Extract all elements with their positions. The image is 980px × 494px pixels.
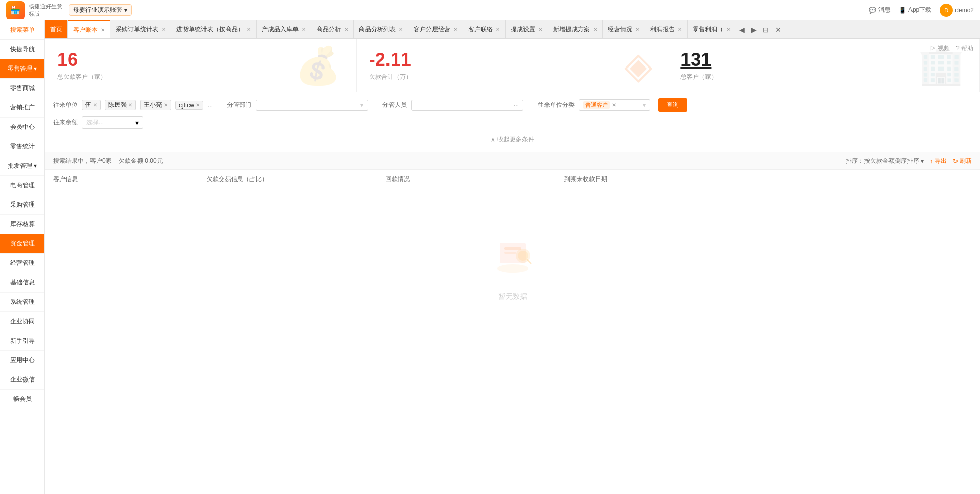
tab-production-inbound[interactable]: 产成品入库单 ✕ bbox=[257, 20, 311, 39]
close-tab-retail-profit[interactable]: ✕ bbox=[726, 27, 731, 32]
tab-business-situation[interactable]: 经营情况 ✕ bbox=[603, 20, 645, 39]
remove-unit-class[interactable]: ✕ bbox=[612, 102, 616, 108]
close-tab-purchase-order[interactable]: ✕ bbox=[162, 27, 166, 32]
app-download-button[interactable]: 📱 App下载 bbox=[899, 6, 931, 14]
person-dropdown[interactable]: ··· bbox=[411, 100, 523, 111]
close-tab-inbound-stats[interactable]: ✕ bbox=[247, 27, 251, 32]
logo-icon: 🏪 bbox=[6, 1, 25, 19]
filter-tag-cjttcw[interactable]: cjttcw ✕ bbox=[175, 101, 203, 110]
filter-more-tags[interactable]: ... bbox=[208, 102, 213, 109]
close-tab-production[interactable]: ✕ bbox=[302, 27, 306, 32]
tab-commission-settings[interactable]: 提成设置 ✕ bbox=[506, 20, 548, 39]
filter-row-1: 往来单位 伍 ✕ 陈民强 ✕ 王小亮 ✕ cjttcw bbox=[53, 98, 972, 112]
tabs-menu-btn[interactable]: ⊟ bbox=[760, 26, 772, 34]
sidebar-item-retail-stats[interactable]: 零售统计 bbox=[0, 137, 44, 156]
sidebar-item-retail-mall[interactable]: 零售商城 bbox=[0, 79, 44, 98]
remove-tag-wang[interactable]: ✕ bbox=[164, 102, 168, 108]
tab-customer-ledger[interactable]: 客户账本 ✕ bbox=[68, 20, 110, 39]
sidebar-item-finance[interactable]: 资金管理 bbox=[0, 234, 44, 254]
video-link[interactable]: ▷ 视频 bbox=[930, 44, 950, 53]
query-button[interactable]: 查询 bbox=[658, 98, 687, 112]
unit-class-dropdown[interactable]: 普通客户 ✕ ▾ bbox=[579, 99, 650, 111]
sidebar-item-basic-info[interactable]: 基础信息 bbox=[0, 273, 44, 293]
video-icon: ▷ bbox=[930, 44, 938, 52]
sidebar-item-ecommerce[interactable]: 电商管理 bbox=[0, 176, 44, 195]
sidebar-item-app-center[interactable]: 应用中心 bbox=[0, 351, 44, 370]
stat-value-debt-total: -2.11 bbox=[369, 49, 412, 71]
sidebar-item-membership[interactable]: 会员中心 bbox=[0, 118, 44, 137]
remove-tag-chen[interactable]: ✕ bbox=[128, 102, 132, 108]
close-tab-contact[interactable]: ✕ bbox=[496, 27, 500, 32]
tab-new-commission[interactable]: 新增提成方案 ✕ bbox=[548, 20, 603, 39]
svg-rect-3 bbox=[504, 252, 516, 254]
close-tab-product-list[interactable]: ✕ bbox=[399, 27, 403, 32]
close-tab-customer-ledger[interactable]: ✕ bbox=[101, 27, 105, 33]
balance-select[interactable]: 选择... ▾ bbox=[82, 116, 143, 129]
col-header-date: 到期未收款日期 bbox=[564, 175, 972, 184]
tab-product-analysis[interactable]: 商品分析 ✕ bbox=[311, 20, 354, 39]
close-tab-new-commission[interactable]: ✕ bbox=[593, 27, 597, 32]
tab-inbound-stats[interactable]: 进货单统计表（按商品） ✕ bbox=[171, 20, 257, 39]
tab-profit-report[interactable]: 利润报告 ✕ bbox=[645, 20, 688, 39]
sidebar-item-marketing[interactable]: 营销推广 bbox=[0, 98, 44, 118]
tabs-prev-btn[interactable]: ◀ bbox=[736, 26, 748, 34]
close-tab-product-analysis[interactable]: ✕ bbox=[344, 27, 348, 32]
stats-row: 💰 16 总欠款客户（家） ◈ -2.11 欠款合计（万） 🏢 bbox=[45, 39, 980, 92]
tab-product-analysis-list[interactable]: 商品分析列表 ✕ bbox=[354, 20, 408, 39]
stat-value-debt-customers: 16 bbox=[57, 49, 106, 71]
sort-icon: ▾ bbox=[921, 158, 924, 165]
stat-card-debt-customers: 💰 16 总欠款客户（家） bbox=[45, 39, 357, 92]
dept-dropdown[interactable]: ▾ bbox=[256, 100, 368, 111]
tab-customer-contact[interactable]: 客户联络 ✕ bbox=[463, 20, 506, 39]
refresh-icon: ↻ bbox=[953, 158, 958, 165]
stat-group-2: -2.11 欠款合计（万） bbox=[369, 49, 412, 81]
close-tab-commission[interactable]: ✕ bbox=[538, 27, 542, 32]
sidebar-item-newbie-guide[interactable]: 新手引导 bbox=[0, 331, 44, 351]
filter-tag-wang[interactable]: 王小亮 ✕ bbox=[140, 100, 171, 110]
tab-home[interactable]: 首页 bbox=[45, 20, 68, 39]
stat-group-1: 16 总欠款客户（家） bbox=[57, 49, 106, 81]
export-button[interactable]: ↑ 导出 bbox=[930, 156, 947, 165]
main-layout: 搜索菜单 快捷导航 零售管理 ▾ 零售商城 营销推广 会员中心 零售统计 批发管… bbox=[0, 20, 980, 494]
tabs-close-all-btn[interactable]: ✕ bbox=[772, 26, 784, 34]
tab-customer-tier[interactable]: 客户分层经营 ✕ bbox=[408, 20, 463, 39]
chevron-down-icon: ▾ bbox=[124, 7, 127, 14]
empty-state: 暂无数据 bbox=[45, 189, 980, 342]
sidebar-item-wholesale[interactable]: 批发管理 ▾ bbox=[0, 156, 44, 176]
sort-button[interactable]: 排序：按欠款金额倒序排序 ▾ bbox=[846, 156, 924, 165]
sidebar-item-quicknav[interactable]: 快捷导航 bbox=[0, 40, 44, 59]
person-filter-label: 分管人员 bbox=[382, 101, 407, 109]
top-right: 💬 消息 📱 App下载 D demo2 bbox=[869, 4, 974, 17]
filter-tag-wu[interactable]: 伍 ✕ bbox=[82, 100, 101, 110]
remove-tag-wu[interactable]: ✕ bbox=[93, 102, 97, 108]
logo-text: 畅捷通好生意 标版 bbox=[29, 3, 62, 17]
remove-tag-cjttcw[interactable]: ✕ bbox=[196, 102, 200, 108]
close-tab-tier[interactable]: ✕ bbox=[453, 27, 458, 32]
sidebar-item-enterprise-wechat[interactable]: 企业微信 bbox=[0, 370, 44, 390]
sidebar-item-chang-member[interactable]: 畅会员 bbox=[0, 390, 44, 409]
sidebar-item-retail-management[interactable]: 零售管理 ▾ bbox=[0, 59, 44, 79]
stat-label-total-customers: 总客户（家） bbox=[680, 73, 717, 81]
dept-dropdown-arrow: ▾ bbox=[360, 102, 363, 109]
refresh-button[interactable]: ↻ 刷新 bbox=[953, 156, 972, 165]
filter-tag-chen[interactable]: 陈民强 ✕ bbox=[105, 100, 136, 110]
stat-label-debt-customers: 总欠款客户（家） bbox=[57, 73, 106, 81]
avatar: D bbox=[940, 4, 953, 17]
sidebar-item-operations[interactable]: 经营管理 bbox=[0, 254, 44, 273]
sidebar-item-enterprise-collab[interactable]: 企业协同 bbox=[0, 312, 44, 331]
tab-purchase-order-stats[interactable]: 采购订单统计表 ✕ bbox=[110, 20, 171, 39]
sidebar-item-purchase[interactable]: 采购管理 bbox=[0, 195, 44, 215]
close-tab-business[interactable]: ✕ bbox=[635, 27, 640, 32]
search-result-label: 搜索结果中，客户0家 欠款金额 0.00元 bbox=[53, 156, 163, 165]
account-selector[interactable]: 母婴行业演示账套 ▾ bbox=[69, 4, 132, 16]
close-tab-profit[interactable]: ✕ bbox=[678, 27, 682, 32]
sidebar-search[interactable]: 搜索菜单 bbox=[0, 20, 44, 40]
sidebar-item-system[interactable]: 系统管理 bbox=[0, 293, 44, 312]
sidebar-item-inventory[interactable]: 库存核算 bbox=[0, 215, 44, 234]
message-button[interactable]: 💬 消息 bbox=[869, 6, 891, 14]
tab-retail-profit[interactable]: 零售利润（ ✕ bbox=[688, 20, 736, 39]
collapse-button[interactable]: ∧ 收起更多条件 bbox=[53, 133, 972, 146]
user-menu[interactable]: D demo2 bbox=[940, 4, 974, 17]
help-link[interactable]: ? 帮助 bbox=[956, 44, 973, 53]
tabs-next-btn[interactable]: ▶ bbox=[748, 26, 760, 34]
